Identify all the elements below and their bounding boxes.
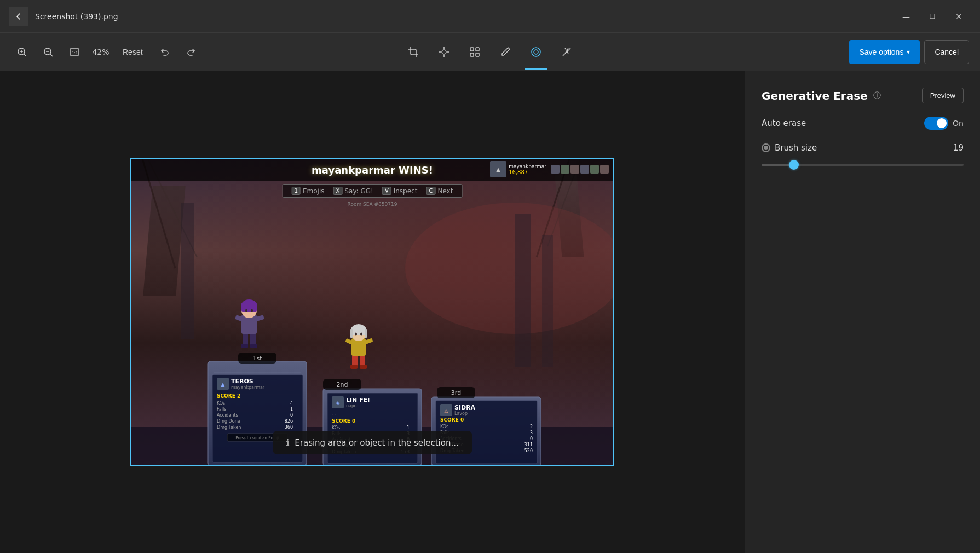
close-button[interactable]: ✕ <box>946 8 971 25</box>
svg-point-116 <box>360 333 362 336</box>
brush-size-label: Brush size <box>775 143 817 153</box>
svg-point-115 <box>355 333 357 336</box>
svg-point-101 <box>245 309 247 312</box>
panel-title: Generative Erase <box>762 89 868 102</box>
svg-text:Dmg Taken: Dmg Taken <box>217 425 241 430</box>
save-options-button[interactable]: Save options ▾ <box>849 40 920 64</box>
svg-rect-114 <box>365 329 367 338</box>
svg-rect-100 <box>241 303 257 312</box>
svg-text:TEROS: TEROS <box>231 378 253 385</box>
svg-text:SCORE     0: SCORE 0 <box>440 417 464 423</box>
svg-text:△: △ <box>445 408 448 413</box>
zoom-out-button[interactable] <box>37 41 59 63</box>
svg-text:Falls: Falls <box>217 407 226 412</box>
zoom-fit-button[interactable]: 1:1 <box>64 41 85 63</box>
redo-button[interactable] <box>180 41 202 63</box>
char-linfei <box>345 324 373 369</box>
adjust-tool[interactable] <box>433 41 455 63</box>
svg-text:Dmg Done: Dmg Done <box>217 419 240 424</box>
svg-text:SCORE     2: SCORE 2 <box>217 393 240 399</box>
image-container[interactable]: mayankparmar WINS! ▲ mayankparmar 16,887 <box>130 158 614 466</box>
svg-rect-96 <box>235 315 243 321</box>
brush-size-row: Brush size 19 <box>762 143 964 153</box>
svg-point-19 <box>534 50 538 54</box>
minimize-button[interactable]: — <box>893 8 919 25</box>
back-button[interactable] <box>9 7 28 26</box>
svg-point-102 <box>251 309 253 312</box>
toolbar-right-actions: Save options ▾ Cancel <box>849 40 969 64</box>
cancel-button[interactable]: Cancel <box>924 40 969 64</box>
auto-erase-label: Auto erase <box>762 118 806 128</box>
svg-text:1: 1 <box>290 407 293 412</box>
svg-text:0: 0 <box>290 413 293 418</box>
svg-rect-112 <box>351 327 366 335</box>
titlebar: Screenshot (393).png — ☐ ✕ <box>0 0 980 33</box>
slider-track <box>762 164 964 166</box>
panel-info-icon[interactable]: ⓘ <box>873 91 881 101</box>
svg-text:3: 3 <box>530 430 533 435</box>
svg-rect-106 <box>360 365 367 369</box>
svg-rect-16 <box>470 53 474 56</box>
auto-erase-toggle[interactable] <box>924 117 948 130</box>
svg-text:360: 360 <box>285 425 293 430</box>
svg-text:▲: ▲ <box>221 382 225 387</box>
chevron-down-icon: ▾ <box>907 48 910 56</box>
erase-tool[interactable] <box>525 41 547 63</box>
svg-rect-105 <box>350 365 358 369</box>
svg-rect-14 <box>470 48 474 51</box>
maximize-button[interactable]: ☐ <box>920 8 945 25</box>
svg-text:KOs: KOs <box>217 401 225 406</box>
zoom-in-button[interactable] <box>11 41 33 63</box>
svg-text:1st: 1st <box>252 355 262 362</box>
notification-text: Erasing area or object in the selection.… <box>295 438 459 448</box>
svg-text:LIN FEI: LIN FEI <box>346 396 370 404</box>
crop-tool[interactable] <box>402 41 424 63</box>
svg-rect-94 <box>250 344 257 348</box>
preview-button[interactable]: Preview <box>922 88 964 103</box>
center-tools <box>402 41 578 63</box>
svg-text:520: 520 <box>524 448 533 453</box>
svg-text:mayankparmar: mayankparmar <box>231 385 265 390</box>
reset-button[interactable]: Reset <box>116 44 149 60</box>
undo-button[interactable] <box>154 41 176 63</box>
toolbar: 1:1 42% Reset <box>0 33 980 71</box>
svg-rect-93 <box>241 344 248 348</box>
auto-erase-row: Auto erase On <box>762 117 964 130</box>
filter-tool[interactable] <box>464 41 486 63</box>
info-icon: ℹ <box>286 437 289 448</box>
svg-text:◈: ◈ <box>336 400 340 406</box>
svg-line-1 <box>24 54 27 56</box>
svg-text:4: 4 <box>290 401 293 406</box>
effects-tool[interactable] <box>556 41 578 63</box>
svg-rect-109 <box>365 338 373 344</box>
svg-text:2: 2 <box>530 424 533 429</box>
svg-text:Accidents: Accidents <box>217 413 238 418</box>
auto-erase-toggle-container: On <box>924 117 964 130</box>
save-options-label: Save options <box>859 48 903 56</box>
svg-text:SCORE     0: SCORE 0 <box>332 418 355 424</box>
svg-rect-97 <box>256 315 264 321</box>
brush-radio-inner <box>764 146 768 150</box>
svg-text:1:1: 1:1 <box>72 50 78 55</box>
svg-text:3rd: 3rd <box>451 389 461 396</box>
auto-erase-state: On <box>953 119 964 128</box>
brush-size-value: 19 <box>953 143 964 153</box>
svg-point-9 <box>442 50 446 54</box>
svg-text:· ·: · · <box>332 412 336 417</box>
svg-rect-113 <box>350 329 353 338</box>
svg-point-18 <box>532 48 540 56</box>
svg-text:SIDRA: SIDRA <box>454 404 476 411</box>
svg-text:311: 311 <box>524 442 533 447</box>
svg-text:2nd: 2nd <box>337 381 348 388</box>
brush-size-slider[interactable] <box>762 159 964 170</box>
svg-text:KOs: KOs <box>440 424 448 429</box>
toggle-knob <box>937 118 947 128</box>
svg-rect-17 <box>476 53 479 56</box>
zoom-level: 42% <box>90 48 112 56</box>
canvas-area: mayankparmar WINS! ▲ mayankparmar 16,887 <box>0 71 745 553</box>
brush-size-section: Brush size 19 <box>762 143 964 170</box>
brush-size-radio[interactable] <box>762 143 770 152</box>
slider-thumb[interactable] <box>789 160 799 170</box>
draw-tool[interactable] <box>494 41 516 63</box>
right-panel: Generative Erase ⓘ Preview Auto erase On… <box>745 71 980 553</box>
